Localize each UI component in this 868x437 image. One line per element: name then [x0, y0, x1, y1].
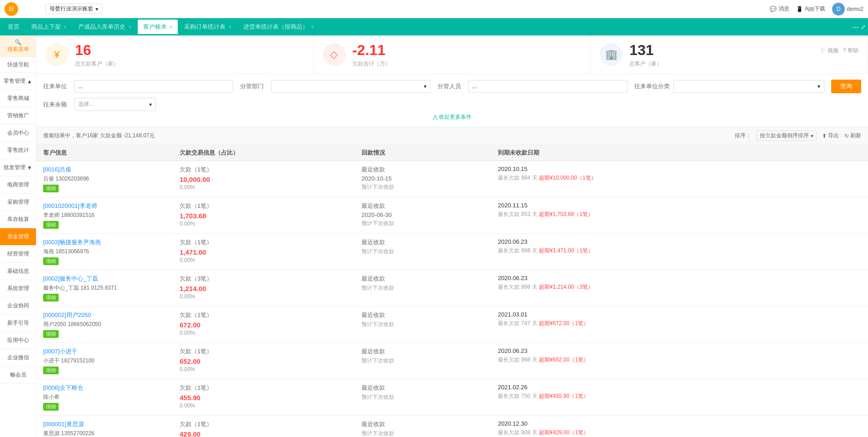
dept-select[interactable]: ▾	[271, 80, 430, 93]
debt-amount-8[interactable]: 429.00	[180, 430, 361, 437]
help-btn[interactable]: ? 帮助	[843, 47, 858, 55]
maximize-icon[interactable]: ⤢	[861, 24, 866, 30]
customer-name-3[interactable]: [0003]畅捷服务尹海燕	[43, 238, 180, 246]
table-row: [0006]去下粮仓 陈小希 现销 欠款（1笔） 455.90 0.00% 最近…	[36, 379, 868, 416]
debt-percent-6: 0.00%	[180, 366, 361, 372]
sidebar-item-system[interactable]: 系统管理	[0, 280, 36, 297]
balance-select[interactable]: 选择... ▾	[74, 98, 156, 111]
collapse-filter-btn[interactable]: ⋀ 收起更多条件	[43, 113, 861, 121]
debt-amount-icon: ◇	[323, 43, 346, 66]
recovery-label-8: 最近收款	[361, 420, 498, 428]
col-customer-info: 客户信息	[43, 149, 180, 157]
minimize-icon[interactable]: —	[853, 24, 858, 30]
filter-balance: 往来余额 选择... ▾	[43, 98, 861, 111]
customer-info-5: [000002]用户2050 用户2050 18665062050 现销	[43, 311, 180, 338]
app-logo: 好	[5, 2, 18, 16]
overdue-link-7[interactable]: 超期¥455.90（1笔）	[539, 393, 589, 399]
chevron-down-icon: ▾	[811, 133, 813, 139]
debt-count-4: 欠款（3笔）	[180, 275, 361, 283]
overdue-link-5[interactable]: 超期¥672.00（1笔）	[539, 320, 589, 326]
tab-inbound-stats[interactable]: 进货单统计表（按商品） ×	[238, 20, 319, 34]
due-overdue-5: 最长欠款 747 天 超期¥672.00（1笔）	[498, 320, 861, 327]
tab-product-listing-close[interactable]: ×	[64, 24, 66, 30]
tab-customer-ledger-close[interactable]: ×	[170, 24, 172, 30]
sort-select[interactable]: 按欠款金额倒序排序 ▾	[757, 131, 817, 141]
sidebar-item-app-center[interactable]: 应用中心	[0, 332, 36, 349]
customer-name-2[interactable]: [0001020001]李老师	[43, 202, 180, 210]
due-overdue-1: 最长欠款 884 天 超期¥10,000.00（1笔）	[498, 174, 861, 182]
overdue-link-6[interactable]: 超期¥652.00（1笔）	[539, 357, 589, 363]
filter-from-unit: 往来单位 ...	[43, 80, 233, 93]
industry-selector[interactable]: 母婴行业演示账套 ▾	[45, 4, 102, 14]
sidebar-item-operations[interactable]: 经营管理	[0, 246, 36, 263]
result-actions: 排序： 按欠款金额倒序排序 ▾ ⬆ 导出 ↻ 刷新	[735, 131, 861, 141]
debt-amount-1[interactable]: 10,000.00	[180, 176, 361, 183]
video-btn[interactable]: ▷ 视频	[821, 47, 838, 55]
debt-amount-3[interactable]: 1,471.00	[180, 248, 361, 256]
balance-placeholder: 选择...	[78, 100, 94, 108]
customer-name-4[interactable]: [0002]服务中心_丁磊	[43, 275, 180, 283]
tab-purchase-stats[interactable]: 采购订单统计表 ×	[179, 20, 236, 34]
refresh-btn[interactable]: ↻ 刷新	[844, 132, 861, 140]
tab-product-listing[interactable]: 商品上下架 ×	[26, 20, 72, 34]
tab-customer-ledger-label: 客户账本	[143, 23, 167, 31]
app-download-btn[interactable]: 📱 App下载	[796, 5, 825, 13]
unit-class-select[interactable]: ▾	[673, 80, 824, 93]
debt-percent-3: 0.00%	[180, 257, 361, 263]
customer-phone-3: 海燕 18513066976	[43, 248, 180, 256]
overdue-link-1[interactable]: 超期¥10,000.00（1笔）	[539, 175, 597, 181]
sidebar-item-retail-mall[interactable]: 零售商城	[0, 90, 36, 107]
person-input[interactable]: ...	[468, 80, 627, 93]
debt-amount-6[interactable]: 652.00	[180, 357, 361, 365]
sidebar-item-guide[interactable]: 新手引导	[0, 315, 36, 332]
customer-info-4: [0002]服务中心_丁磊 服务中心_丁磊 181 0125 8371 现销	[43, 275, 180, 301]
sidebar-quick-nav[interactable]: 快捷导航	[0, 57, 36, 73]
sidebar-item-marketing[interactable]: 营销推广	[0, 107, 36, 125]
export-btn[interactable]: ⬆ 导出	[822, 132, 839, 140]
overdue-link-4[interactable]: 超期¥1,214.00（3笔）	[539, 284, 593, 290]
overdue-link-3[interactable]: 超期¥1,471.00（1笔）	[539, 247, 593, 254]
customer-name-5[interactable]: [000002]用户2050	[43, 311, 180, 319]
debt-count-7: 欠款（1笔）	[180, 384, 361, 392]
sidebar-item-retail-stats[interactable]: 零售统计	[0, 142, 36, 159]
message-btn[interactable]: 💬 消息	[770, 5, 789, 13]
sidebar-item-purchase-mgmt[interactable]: 采购管理	[0, 194, 36, 211]
recovery-next-2: 预计下次收款	[361, 220, 498, 227]
sidebar-item-basic-info[interactable]: 基础信息	[0, 263, 36, 280]
stat-debt-amount: ◇ -2.11 欠款合计（万）	[314, 35, 591, 74]
user-menu-btn[interactable]: D demo2	[832, 3, 863, 15]
chevron-down-icon: ▼	[27, 165, 32, 171]
search-button[interactable]: 查询	[831, 80, 861, 93]
customer-name-6[interactable]: [0007]小进干	[43, 347, 180, 356]
debt-amount-5[interactable]: 672.00	[180, 321, 361, 329]
tab-inbound-stats-close[interactable]: ×	[311, 24, 314, 30]
user-avatar: D	[832, 3, 845, 15]
debt-amount-4[interactable]: 1,214.00	[180, 285, 361, 292]
customer-name-1[interactable]: [0016]吕俊	[43, 166, 180, 174]
sidebar-item-retail-mgmt[interactable]: 零售管理 ▲	[0, 73, 36, 90]
customer-phone-5: 用户2050 18665062050	[43, 321, 180, 328]
tab-home[interactable]: 首页	[2, 20, 25, 34]
customer-name-7[interactable]: [0006]去下粮仓	[43, 384, 180, 392]
sidebar-item-wholesale-mgmt[interactable]: 批发管理 ▼	[0, 159, 36, 176]
debt-info-3: 欠款（1笔） 1,471.00 0.00%	[180, 238, 361, 263]
sidebar-item-members[interactable]: 会员中心	[0, 125, 36, 142]
sidebar-item-vip[interactable]: 畅会员	[0, 367, 36, 384]
sidebar-search-menu[interactable]: 🔍 搜索菜单	[0, 35, 36, 57]
debt-percent-2: 0.00%	[180, 221, 361, 227]
tab-customer-ledger[interactable]: 客户账本 ×	[138, 20, 178, 34]
sidebar-item-enterprise-collab[interactable]: 企业协同	[0, 297, 36, 315]
sidebar-item-ecommerce[interactable]: 电商管理	[0, 176, 36, 194]
tab-purchase-stats-close[interactable]: ×	[228, 24, 231, 30]
tab-production-history-close[interactable]: ×	[128, 24, 131, 30]
sidebar-item-finance[interactable]: 资金管理	[0, 228, 36, 246]
debt-amount-7[interactable]: 455.90	[180, 394, 361, 402]
overdue-link-2[interactable]: 超期¥1,703.68（1笔）	[539, 211, 593, 217]
customer-name-8[interactable]: [000001]黄思源	[43, 420, 180, 428]
tab-production-history[interactable]: 产成品入库单历史 ×	[73, 20, 136, 34]
debt-amount-2[interactable]: 1,703.68	[180, 212, 361, 220]
from-unit-input[interactable]: ...	[74, 80, 233, 93]
sidebar-item-inventory[interactable]: 库存核算	[0, 211, 36, 228]
sidebar-item-enterprise-wechat[interactable]: 企业微信	[0, 349, 36, 367]
overdue-link-8[interactable]: 超期¥429.00（1笔）	[539, 429, 589, 436]
